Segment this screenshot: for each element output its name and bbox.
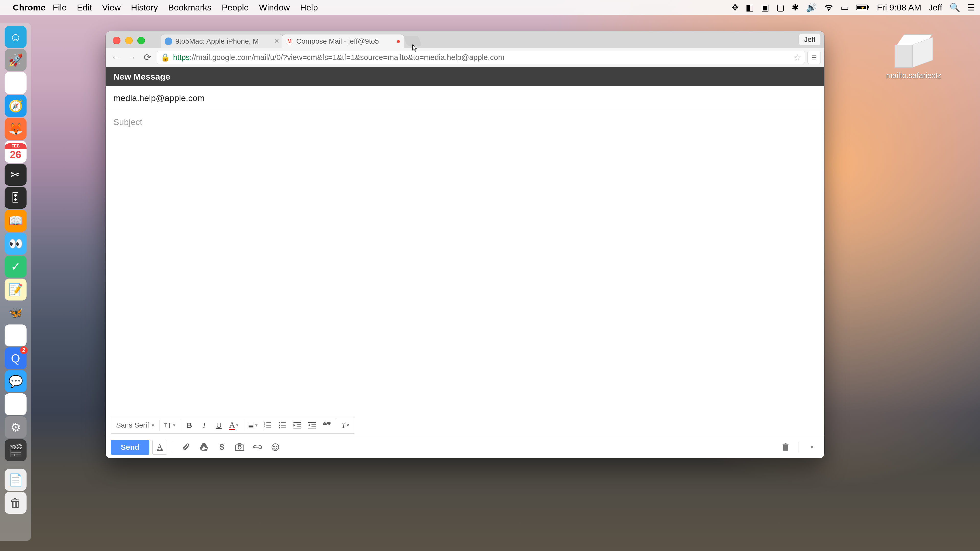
dock-firefox-icon[interactable]: 🦊 xyxy=(5,118,27,140)
align-button[interactable]: ≣▾ xyxy=(245,419,260,432)
chrome-window: 9to5Mac: Apple iPhone, M ✕ M Compose Mai… xyxy=(106,31,824,458)
new-tab-button[interactable] xyxy=(404,36,422,46)
svg-rect-24 xyxy=(311,426,316,427)
dock-calendar-icon[interactable]: FEB26 xyxy=(5,141,27,163)
bookmark-star-icon[interactable]: ☆ xyxy=(794,52,801,62)
sync-icon[interactable]: ✱ xyxy=(792,2,799,13)
numbered-list-button[interactable]: 123 xyxy=(261,419,275,432)
dropbox-icon[interactable]: ✥ xyxy=(732,2,738,13)
menubar-clock[interactable]: Fri 9:08 AM xyxy=(877,3,921,13)
insert-money-icon[interactable]: $ xyxy=(215,440,229,454)
toolbar: ← → ⟳ 🔒 https://mail.google.com/mail/u/0… xyxy=(106,48,824,67)
font-size-button[interactable]: TT▾ xyxy=(162,419,178,432)
macos-menubar: Chrome File Edit View History Bookmarks … xyxy=(0,0,980,15)
dock-photos-icon[interactable]: ✿ xyxy=(5,324,27,346)
dock-tweetbot-icon[interactable]: 👀 xyxy=(5,233,27,254)
dock-butterfly-icon[interactable]: 🦋 xyxy=(5,302,27,324)
menu-help[interactable]: Help xyxy=(300,3,318,13)
send-button[interactable]: Send xyxy=(111,440,149,454)
compose-subject-field[interactable] xyxy=(106,110,824,134)
dock-finalcut-icon[interactable]: ✂ xyxy=(5,164,27,186)
window-zoom-button[interactable] xyxy=(137,37,145,44)
macos-dock: ☺🚀◉🧭🦊FEB26✂🎛📖👀✓📝🦋✿Q2💬♫⚙🎬📄🗑 xyxy=(0,23,31,541)
bold-button[interactable]: B xyxy=(182,419,197,432)
nav-forward-button[interactable]: → xyxy=(125,51,138,64)
tab-close-icon[interactable]: ● xyxy=(396,37,401,45)
menu-people[interactable]: People xyxy=(222,3,249,13)
dock-trash-icon[interactable]: 🗑 xyxy=(5,492,27,514)
insert-photo-icon[interactable] xyxy=(232,440,247,454)
formatting-toggle-button[interactable]: A xyxy=(152,440,167,454)
insert-link-icon[interactable] xyxy=(250,440,265,454)
dock-ibooks-icon[interactable]: 📖 xyxy=(5,210,27,232)
notification-center-icon[interactable]: ☰ xyxy=(967,2,975,13)
attach-file-icon[interactable] xyxy=(179,440,193,454)
dock-launchpad-icon[interactable]: 🚀 xyxy=(5,49,27,71)
chrome-profile-button[interactable]: Jeff xyxy=(799,34,821,45)
menu-bookmarks[interactable]: Bookmarks xyxy=(168,3,212,13)
dock-logic-icon[interactable]: 🎛 xyxy=(5,187,27,209)
dock-messages-icon[interactable]: 💬 xyxy=(5,370,27,392)
dock-things-icon[interactable]: ✓ xyxy=(5,256,27,278)
airplay-icon[interactable]: ▢ xyxy=(776,2,784,13)
dock-notes-icon[interactable]: 📝 xyxy=(5,279,27,300)
spotlight-icon[interactable]: 🔍 xyxy=(950,2,960,13)
battery-icon[interactable]: ⚡ xyxy=(856,4,870,11)
menu-edit[interactable]: Edit xyxy=(77,3,92,13)
indent-less-button[interactable] xyxy=(290,419,304,432)
menu-file[interactable]: File xyxy=(52,3,67,13)
dock-settings-icon[interactable]: ⚙ xyxy=(5,416,27,438)
display-icon[interactable]: ▭ xyxy=(841,2,849,13)
text-color-button[interactable]: A▾ xyxy=(227,419,241,432)
more-options-icon[interactable]: ▾ xyxy=(804,440,819,454)
compose-header: New Message xyxy=(106,67,824,86)
chrome-menu-button[interactable]: ≡ xyxy=(808,51,821,64)
dock-finder-icon[interactable]: ☺ xyxy=(5,26,27,48)
window-minimize-button[interactable] xyxy=(125,37,133,44)
svg-rect-16 xyxy=(293,422,301,423)
onepassword-icon[interactable]: ◧ xyxy=(746,2,754,13)
dock-chrome-icon[interactable]: ◉ xyxy=(5,72,27,94)
menu-window[interactable]: Window xyxy=(259,3,290,13)
remove-formatting-button[interactable]: T✕ xyxy=(339,419,353,432)
svg-rect-20 xyxy=(293,428,301,429)
underline-button[interactable]: U xyxy=(212,419,226,432)
indent-more-button[interactable] xyxy=(305,419,319,432)
svg-rect-11 xyxy=(281,422,286,423)
desktop-file-mailto-extension[interactable]: mailto.safariextz xyxy=(880,35,947,80)
insert-emoji-icon[interactable] xyxy=(268,440,283,454)
tab-close-icon[interactable]: ✕ xyxy=(274,37,280,45)
wifi-icon[interactable] xyxy=(824,4,834,11)
menu-view[interactable]: View xyxy=(102,3,121,13)
dock-itunes-icon[interactable]: ♫ xyxy=(5,393,27,415)
screencast-icon[interactable]: ▣ xyxy=(761,2,769,13)
insert-drive-icon[interactable] xyxy=(197,440,211,454)
discard-draft-icon[interactable] xyxy=(778,440,793,454)
svg-marker-22 xyxy=(308,424,310,427)
dock-document-icon[interactable]: 📄 xyxy=(5,469,27,491)
quote-button[interactable]: ❝❞ xyxy=(320,419,334,432)
browser-tab-9to5mac[interactable]: 9to5Mac: Apple iPhone, M ✕ xyxy=(161,34,283,48)
active-app-name[interactable]: Chrome xyxy=(13,3,45,13)
dock-safari-icon[interactable]: 🧭 xyxy=(5,95,27,117)
dock-quip-icon[interactable]: Q2 xyxy=(5,348,27,369)
compose-body[interactable] xyxy=(106,134,824,417)
bulleted-list-button[interactable] xyxy=(275,419,290,432)
menubar-user[interactable]: Jeff xyxy=(928,3,942,13)
nav-back-button[interactable]: ← xyxy=(109,51,123,64)
svg-text:3: 3 xyxy=(264,427,266,429)
address-bar[interactable]: 🔒 https://mail.google.com/mail/u/0/?view… xyxy=(157,51,805,64)
menu-history[interactable]: History xyxy=(131,3,158,13)
svg-rect-37 xyxy=(785,443,787,444)
browser-tab-compose[interactable]: M Compose Mail - jeff@9to5 ● xyxy=(282,34,404,48)
dock-quicktime-icon[interactable]: 🎬 xyxy=(5,439,27,461)
italic-button[interactable]: I xyxy=(197,419,211,432)
compose-subject-input[interactable] xyxy=(113,117,817,127)
volume-icon[interactable]: 🔊 xyxy=(806,2,817,13)
svg-rect-15 xyxy=(281,427,286,428)
nav-reload-button[interactable]: ⟳ xyxy=(141,51,154,64)
compose-to-field[interactable]: media.help@apple.com xyxy=(106,86,824,110)
font-family-select[interactable]: Sans Serif ▾ xyxy=(113,419,157,432)
svg-rect-25 xyxy=(308,428,316,429)
window-close-button[interactable] xyxy=(113,37,121,44)
